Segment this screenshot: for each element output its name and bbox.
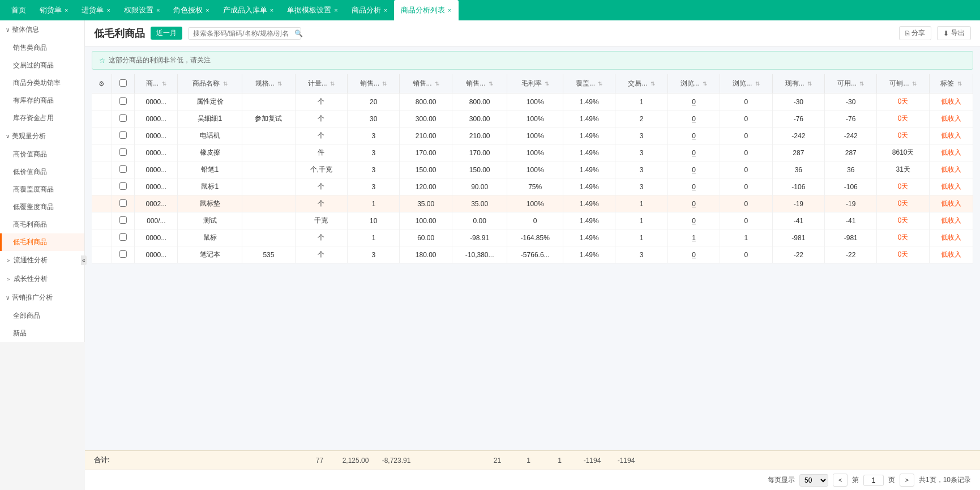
sidebar-collapse-button[interactable]: «: [81, 255, 87, 265]
row-sales-price: 120.00: [400, 178, 452, 195]
sidebar-item-stock-goods[interactable]: 有库存的商品: [0, 92, 84, 109]
select-all-checkbox[interactable]: [119, 79, 127, 87]
row-select-checkbox[interactable]: [119, 131, 127, 139]
row-browse1[interactable]: 0: [667, 93, 720, 110]
sidebar-group-quantity[interactable]: ∨ 美观量分析: [0, 127, 84, 146]
row-select-checkbox[interactable]: [119, 250, 127, 258]
sidebar-item-capital[interactable]: 库存资金占用: [0, 109, 84, 127]
sidebar-item-high-value[interactable]: 高价值商品: [0, 146, 84, 163]
col-current[interactable]: 现有... ⇅: [772, 74, 824, 93]
col-gross-rate[interactable]: 毛利率 ⇅: [507, 74, 563, 93]
prev-page-button[interactable]: ＜: [833, 474, 848, 487]
sidebar-item-new-goods[interactable]: 新品: [0, 325, 84, 342]
row-checkbox[interactable]: [112, 127, 135, 144]
row-checkbox[interactable]: [112, 246, 135, 263]
search-icon[interactable]: 🔍: [294, 29, 303, 37]
sidebar-item-traded-goods[interactable]: 交易过的商品: [0, 57, 84, 74]
col-transaction[interactable]: 交易... ⇅: [615, 74, 667, 93]
row-browse1[interactable]: 0: [667, 127, 720, 144]
nav-permission[interactable]: 权限设置 ×: [117, 0, 166, 20]
table-row: 0000... 铅笔1 个,千克 3 150.00 150.00 100% 1.…: [92, 161, 973, 178]
row-spec: [242, 212, 295, 229]
row-browse2: 0: [720, 144, 772, 161]
row-current: -76: [772, 110, 824, 127]
sidebar-item-all-goods[interactable]: 全部商品: [0, 307, 84, 325]
row-select-checkbox[interactable]: [119, 199, 127, 207]
col-coverage[interactable]: 覆盖... ⇅: [563, 74, 615, 93]
nav-product-entry[interactable]: 产成品入库单 ×: [216, 0, 280, 20]
row-browse1[interactable]: 0: [667, 110, 720, 127]
row-browse1[interactable]: 0: [667, 246, 720, 263]
row-sales-price: 300.00: [400, 110, 452, 127]
col-sales-price[interactable]: 销售... ⇅: [400, 74, 452, 93]
sidebar-group-growth[interactable]: ＞ 成长性分析: [0, 270, 84, 288]
row-checkbox[interactable]: [112, 110, 135, 127]
col-available[interactable]: 可用... ⇅: [825, 74, 877, 93]
date-filter-button[interactable]: 近一月: [151, 27, 182, 40]
close-icon[interactable]: ×: [384, 7, 387, 14]
sidebar-group-marketing[interactable]: ∨ 营销推广分析: [0, 288, 84, 307]
col-browse2[interactable]: 浏览... ⇅: [720, 74, 772, 93]
row-browse1[interactable]: 1: [667, 229, 720, 246]
col-browse1[interactable]: 浏览... ⇅: [667, 74, 720, 93]
close-icon[interactable]: ×: [106, 7, 110, 14]
close-icon[interactable]: ×: [448, 7, 451, 14]
nav-purchase[interactable]: 进货单 ×: [75, 0, 117, 20]
col-sales-amount[interactable]: 销售... ⇅: [452, 74, 507, 93]
sidebar-item-sales-goods[interactable]: 销售类商品: [0, 39, 84, 57]
sidebar-item-low-value[interactable]: 低价值商品: [0, 163, 84, 181]
nav-goods-analysis[interactable]: 商品分析 ×: [345, 0, 394, 20]
export-button[interactable]: ⬇ 导出: [937, 26, 971, 40]
row-checkbox[interactable]: [112, 178, 135, 195]
sidebar-group-circulation[interactable]: ＞ 流通性分析: [0, 251, 84, 270]
row-browse1[interactable]: 0: [667, 195, 720, 212]
sidebar-item-low-coverage[interactable]: 低覆盖度商品: [0, 198, 84, 216]
row-browse1[interactable]: 0: [667, 144, 720, 161]
sidebar-item-category-rate[interactable]: 商品分类助销率: [0, 74, 84, 92]
row-checkbox[interactable]: [112, 212, 135, 229]
row-select-checkbox[interactable]: [119, 114, 127, 122]
close-icon[interactable]: ×: [65, 7, 68, 14]
row-checkbox[interactable]: [112, 229, 135, 246]
col-sellable[interactable]: 可销... ⇅: [877, 74, 929, 93]
col-sales-qty[interactable]: 销售... ⇅: [348, 74, 400, 93]
row-select-checkbox[interactable]: [119, 148, 127, 156]
row-checkbox[interactable]: [112, 144, 135, 161]
row-checkbox[interactable]: [112, 93, 135, 110]
row-browse1[interactable]: 0: [667, 212, 720, 229]
nav-sales[interactable]: 销货单 ×: [33, 0, 75, 20]
col-code[interactable]: 商... ⇅: [135, 74, 178, 93]
col-spec[interactable]: 规格... ⇅: [242, 74, 295, 93]
nav-home[interactable]: 首页: [5, 0, 33, 20]
table-row: 000/... 测试 千克 10 100.00 0.00 0 1.49% 1 0…: [92, 212, 973, 229]
page-size-select[interactable]: 50 100 200: [799, 474, 828, 487]
sidebar-item-high-profit[interactable]: 高毛利商品: [0, 216, 84, 233]
row-select-checkbox[interactable]: [119, 165, 127, 173]
row-select-checkbox[interactable]: [119, 182, 127, 190]
sidebar-item-low-profit[interactable]: 低毛利商品: [0, 233, 84, 251]
col-settings[interactable]: ⚙: [92, 74, 112, 93]
close-icon[interactable]: ×: [206, 7, 209, 14]
row-browse1[interactable]: 0: [667, 161, 720, 178]
row-checkbox[interactable]: [112, 195, 135, 212]
share-button[interactable]: ⎘ 分享: [899, 26, 931, 40]
col-tag[interactable]: 标签 ⇅: [929, 74, 973, 93]
search-input[interactable]: [188, 27, 301, 40]
nav-role[interactable]: 角色授权 ×: [166, 0, 216, 20]
close-icon[interactable]: ×: [270, 7, 273, 14]
row-select-checkbox[interactable]: [119, 97, 127, 105]
close-icon[interactable]: ×: [334, 7, 337, 14]
col-name[interactable]: 商品名称 ⇅: [178, 74, 242, 93]
row-browse1[interactable]: 0: [667, 178, 720, 195]
close-icon[interactable]: ×: [156, 7, 160, 14]
row-select-checkbox[interactable]: [119, 216, 127, 224]
row-select-checkbox[interactable]: [119, 233, 127, 241]
sidebar-item-high-coverage[interactable]: 高覆盖度商品: [0, 181, 84, 198]
col-unit[interactable]: 计量... ⇅: [295, 74, 347, 93]
sidebar-group-overall[interactable]: ∨ 整体信息: [0, 20, 84, 39]
next-page-button[interactable]: ＞: [900, 474, 914, 487]
nav-goods-analysis-list[interactable]: 商品分析列表 ×: [394, 0, 458, 20]
nav-template[interactable]: 单据模板设置 ×: [280, 0, 344, 20]
page-number-input[interactable]: [863, 475, 884, 486]
row-checkbox[interactable]: [112, 161, 135, 178]
